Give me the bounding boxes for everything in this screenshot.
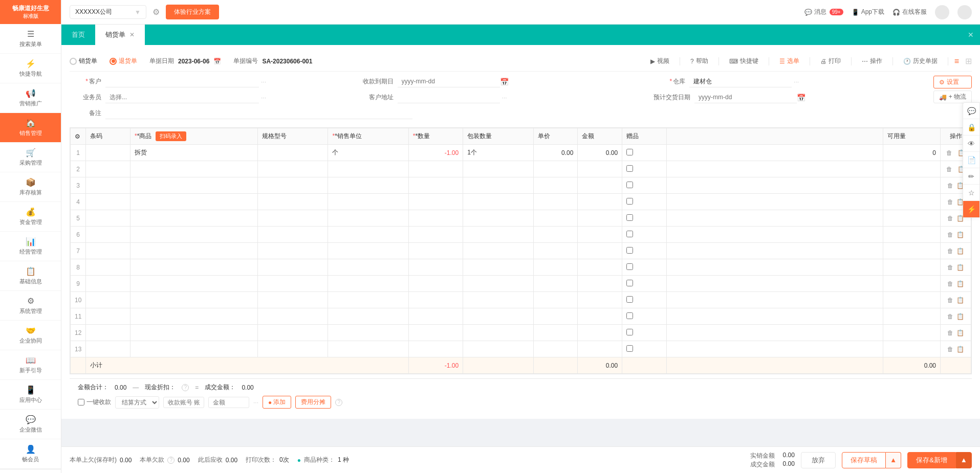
gift-checkbox-4[interactable] xyxy=(626,198,633,205)
sidebar-item-inventory[interactable]: 📦 库存核算 xyxy=(0,172,61,202)
copy-row-11[interactable]: 📋 xyxy=(955,313,966,320)
gift-checkbox-3[interactable] xyxy=(626,182,633,188)
amount-input[interactable] xyxy=(208,397,249,408)
col-settings[interactable]: ⚙ xyxy=(71,128,86,145)
customer-addr-dots[interactable]: ··· xyxy=(500,94,509,101)
radio-sales-order[interactable]: 销货单 xyxy=(70,57,97,65)
one-click-pay-checkbox[interactable]: 一键收款 xyxy=(78,398,111,407)
help-icon-footer[interactable]: ? xyxy=(167,457,175,464)
customer-dots[interactable]: ··· xyxy=(259,78,268,85)
delete-row-1[interactable]: 🗑 xyxy=(945,149,954,156)
sidebar-item-wechat[interactable]: 💬 企业微信 xyxy=(0,410,61,439)
sidebar-item-operations[interactable]: 📊 经营管理 xyxy=(0,232,61,261)
sidebar-item-finance[interactable]: 💰 资金管理 xyxy=(0,202,61,232)
sidebar-item-search[interactable]: ☰ 搜索菜单 xyxy=(0,24,61,54)
rf-btn-4[interactable]: 📄 xyxy=(963,152,979,168)
calendar-icon[interactable]: 📅 xyxy=(213,58,221,65)
copy-row-6[interactable]: 📋 xyxy=(955,231,966,238)
view-toggle-list[interactable]: ≡ xyxy=(954,57,959,66)
sidebar-item-quick-nav[interactable]: ⚡ 快捷导航 xyxy=(0,54,61,83)
copy-row-13[interactable]: 📋 xyxy=(955,346,966,353)
rf-btn-1[interactable]: 💬 xyxy=(963,103,979,119)
user-avatar-2[interactable] xyxy=(957,5,972,19)
note-input[interactable] xyxy=(105,107,412,119)
customer-addr-input[interactable] xyxy=(398,92,500,103)
sidebar-item-app-center[interactable]: 📱 应用中心 xyxy=(0,380,61,410)
delete-row-13[interactable]: 🗑 xyxy=(946,346,955,353)
gift-checkbox-5[interactable] xyxy=(626,214,633,221)
delete-row-12[interactable]: 🗑 xyxy=(946,329,955,336)
toolbar-operations[interactable]: ⋯ 操作 xyxy=(858,55,886,67)
toolbar-history[interactable]: 🕐 历史单据 xyxy=(899,55,942,67)
payment-method-select[interactable]: 结算方式 xyxy=(115,396,159,409)
messages-button[interactable]: 💬 消息 99+ xyxy=(804,8,843,16)
app-download-button[interactable]: 📱 App下载 xyxy=(852,8,884,16)
warehouse-dots[interactable]: ··· xyxy=(792,78,801,85)
tab-close-icon[interactable]: ✕ xyxy=(129,31,135,38)
add-payment-button[interactable]: ● 添加 xyxy=(263,396,291,409)
gift-checkbox-1[interactable] xyxy=(626,149,633,155)
copy-row-10[interactable]: 📋 xyxy=(955,297,966,304)
save-new-arrow-button[interactable]: ▲ xyxy=(956,452,972,468)
delete-row-2[interactable]: 🗑 xyxy=(945,166,954,173)
help-circle-icon[interactable]: ? xyxy=(182,384,189,391)
sidebar-item-member[interactable]: 👤 畅会员 xyxy=(0,439,61,469)
sidebar-item-guide[interactable]: 📖 新手引导 xyxy=(0,350,61,380)
tab-sales-order[interactable]: 销货单 ✕ xyxy=(95,25,145,45)
sidebar-item-system[interactable]: ⚙ 系统管理 xyxy=(0,291,61,321)
delete-row-3[interactable]: 🗑 xyxy=(946,182,955,189)
tab-bar-close-icon[interactable]: ✕ xyxy=(968,31,974,39)
gift-checkbox-13[interactable] xyxy=(626,345,633,352)
toolbar-video[interactable]: ▶ 视频 xyxy=(646,55,673,67)
gift-checkbox-12[interactable] xyxy=(626,329,633,335)
fee-split-button[interactable]: 费用分摊 xyxy=(295,396,331,409)
sidebar-item-marketing[interactable]: 📢 营销推广 xyxy=(0,83,61,113)
delete-row-8[interactable]: 🗑 xyxy=(946,264,955,271)
rf-btn-2[interactable]: 🔒 xyxy=(963,119,979,136)
warehouse-input[interactable] xyxy=(689,76,792,87)
view-toggle-grid[interactable]: ⊞ xyxy=(965,56,972,66)
payment-due-calendar-icon[interactable]: 📅 xyxy=(500,78,509,86)
salesperson-dots[interactable]: ··· xyxy=(259,94,268,101)
scan-button[interactable]: 扫码录入 xyxy=(156,131,186,141)
expected-date-input[interactable] xyxy=(694,92,797,103)
user-avatar[interactable] xyxy=(935,5,949,19)
sidebar-item-purchase[interactable]: 🛒 采购管理 xyxy=(0,143,61,172)
copy-row-8[interactable]: 📋 xyxy=(955,264,966,271)
rf-btn-6[interactable]: ☆ xyxy=(963,185,979,201)
rf-btn-5[interactable]: ✏ xyxy=(963,168,979,185)
logistics-button[interactable]: 🚚 + 物流 xyxy=(933,91,972,103)
trial-button[interactable]: 体验行业方案 xyxy=(166,5,219,19)
delete-row-4[interactable]: 🗑 xyxy=(946,198,955,206)
settings-button[interactable]: ⚙ 设置 xyxy=(933,76,972,88)
online-service-button[interactable]: 🎧 在线客服 xyxy=(892,8,927,16)
delete-row-7[interactable]: 🗑 xyxy=(946,247,955,255)
discard-button[interactable]: 放弃 xyxy=(801,452,836,468)
rf-btn-orange[interactable]: ⚡ xyxy=(963,201,979,217)
gift-checkbox-2[interactable] xyxy=(626,165,633,172)
account-input[interactable] xyxy=(163,397,204,408)
dots-icon[interactable]: ··· xyxy=(253,399,258,406)
header-gear-button[interactable]: ⚙ xyxy=(153,7,160,17)
save-new-button[interactable]: 保存&新增 xyxy=(907,452,956,468)
toolbar-print[interactable]: 🖨 打印 xyxy=(816,55,845,67)
radio-return-order[interactable]: 退货单 xyxy=(110,57,137,65)
sidebar-item-enterprise[interactable]: 🤝 企业协同 xyxy=(0,321,61,350)
toolbar-select[interactable]: ☰ 选单 xyxy=(775,55,803,67)
toolbar-shortcut[interactable]: ⌨ 快捷键 xyxy=(725,55,763,67)
copy-row-7[interactable]: 📋 xyxy=(955,247,966,255)
rf-btn-3[interactable]: 👁 xyxy=(963,136,979,152)
copy-row-12[interactable]: 📋 xyxy=(955,329,966,336)
delete-row-6[interactable]: 🗑 xyxy=(946,231,955,238)
toolbar-help[interactable]: ? 帮助 xyxy=(686,55,712,67)
delete-row-9[interactable]: 🗑 xyxy=(946,280,955,287)
sidebar-item-sales[interactable]: 🏠 销售管理 xyxy=(0,113,61,143)
fee-help-icon[interactable]: ? xyxy=(335,399,342,406)
tab-home[interactable]: 首页 xyxy=(61,25,95,45)
salesperson-input[interactable] xyxy=(105,92,259,103)
gift-checkbox-9[interactable] xyxy=(626,280,633,286)
gift-checkbox-7[interactable] xyxy=(626,247,633,254)
gift-checkbox-6[interactable] xyxy=(626,231,633,237)
copy-row-9[interactable]: 📋 xyxy=(955,280,966,287)
sidebar-item-basics[interactable]: 📋 基础信息 xyxy=(0,261,61,291)
